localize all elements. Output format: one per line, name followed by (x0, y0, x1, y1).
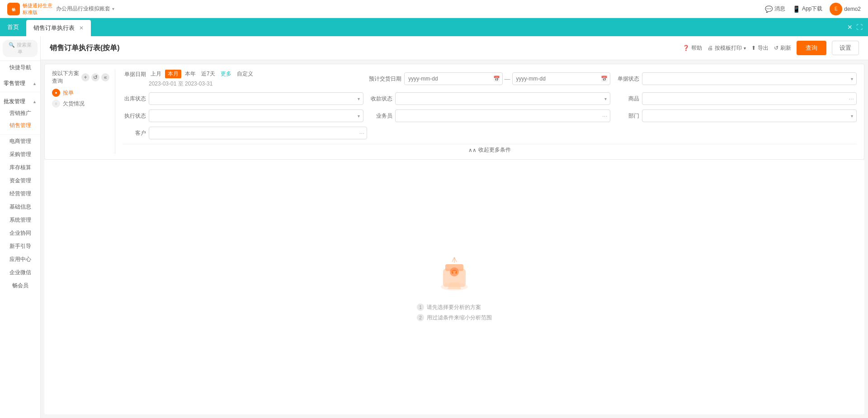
sidebar-item-enterprise[interactable]: 企业协同 (0, 227, 40, 240)
user-profile[interactable]: E demo2 (830, 3, 861, 15)
sidebar-item-system[interactable]: 系统管理 (0, 214, 40, 227)
exec-status-control: ▾ (149, 109, 363, 122)
date-tab-last-month[interactable]: 上月 (149, 70, 163, 78)
collapse-btn[interactable]: ∧∧ 收起更多条件 (123, 144, 857, 154)
print-btn[interactable]: 🖨 按模板打印 ▾ (708, 44, 746, 52)
delivery-end-input[interactable] (512, 72, 610, 85)
dept-select[interactable] (642, 109, 857, 122)
customer-dots-icon[interactable]: ··· (359, 129, 365, 137)
refresh-btn[interactable]: ↺ 刷新 (774, 44, 791, 52)
enterprise-label: 企业协同 (9, 229, 31, 237)
sidebar-item-sales[interactable]: 销售管理 (0, 119, 40, 132)
sidebar-search-area[interactable]: 🔍 搜索菜单 (0, 36, 40, 61)
filter-row-1: 单据日期 上月 本月 本年 近7天 更多 自定义 2023-03-01 至 20… (123, 70, 857, 88)
wholesale-label: 批发管理 (4, 98, 25, 105)
wecom-label: 企业微信 (9, 269, 31, 276)
dept-label: 部门 (616, 112, 639, 120)
scheme-item-by-debt[interactable]: ○ 欠货情况 (52, 100, 109, 108)
sidebar-item-wecom[interactable]: 企业微信 (0, 266, 40, 279)
ship-status-select[interactable] (149, 92, 363, 105)
export-icon: ⬆ (751, 45, 756, 51)
tab-home[interactable]: 首页 (0, 18, 26, 36)
app-download-btn[interactable]: 📱 App下载 (793, 5, 822, 13)
date-tab-7days[interactable]: 近7天 (199, 70, 217, 78)
salesman-dots-icon[interactable]: ··· (602, 112, 608, 119)
sidebar-group-wholesale: 批发管理 ▲ 营销推广 销售管理 (0, 92, 40, 135)
sidebar-item-marketing[interactable]: 营销推广 (0, 107, 40, 119)
settings-button[interactable]: 设置 (832, 41, 859, 55)
empty-tip-1: 1 请先选择要分析的方案 (417, 304, 492, 311)
tab-close-icon[interactable]: ✕ (79, 25, 84, 31)
collapse-label: 收起更多条件 (478, 146, 511, 154)
goods-input[interactable] (642, 92, 857, 105)
message-icon: 💬 (765, 5, 773, 13)
scheme-order-icon: ● (52, 89, 60, 97)
date-range-separator: — (505, 76, 510, 82)
search-menu-input[interactable]: 🔍 搜索菜单 (3, 40, 38, 57)
date-tabs-row: 上月 本月 本年 近7天 更多 自定义 (149, 70, 363, 78)
scheme-controls: + ↺ « (81, 73, 109, 81)
help-btn[interactable]: ❓ 帮助 (683, 44, 702, 52)
query-button[interactable]: 查询 (797, 41, 826, 55)
salesman-input[interactable] (395, 109, 610, 122)
refresh-icon: ↺ (774, 45, 778, 51)
quick-nav-label: 快捷导航 (9, 64, 31, 71)
scheme-collapse-btn[interactable]: « (101, 73, 109, 81)
scheme-refresh-btn[interactable]: ↺ (91, 73, 99, 81)
sidebar-item-ops[interactable]: 经营管理 (0, 187, 40, 200)
scheme-add-btn[interactable]: + (81, 73, 90, 81)
date-tab-this-year[interactable]: 本年 (183, 70, 198, 78)
filter-row-4: 客户 ··· (123, 127, 857, 139)
sidebar-section-wholesale[interactable]: 批发管理 ▲ (0, 95, 40, 107)
tab-maximize-icon[interactable]: ⛶ (856, 24, 863, 31)
sales-label: 销售管理 (9, 122, 31, 128)
customer-input[interactable] (149, 127, 367, 139)
print-arrow-icon: ▾ (744, 46, 746, 51)
collect-status-select[interactable] (395, 92, 610, 105)
sidebar-section-retail[interactable]: 零售管理 ▲ (0, 77, 40, 89)
sidebar-item-basic[interactable]: 基础信息 (0, 200, 40, 214)
date-tab-more[interactable]: 更多 (219, 70, 233, 78)
date-control: 上月 本月 本年 近7天 更多 自定义 2023-03-01 至 2023-03… (149, 70, 363, 88)
finance-label: 资金管理 (9, 177, 31, 185)
main-layout: 🔍 搜索菜单 快捷导航 零售管理 ▲ 批发管理 ▲ 营销推广 销售管理 (0, 36, 868, 418)
sidebar-item-vip[interactable]: 畅会员 (0, 279, 40, 292)
exec-status-select[interactable] (149, 109, 363, 122)
goods-dots-icon[interactable]: ··· (849, 95, 854, 102)
export-btn[interactable]: ⬆ 导出 (751, 44, 769, 52)
sidebar-item-purchase[interactable]: 采购管理 (0, 148, 40, 161)
sidebar-item-appstore[interactable]: 应用中心 (0, 253, 40, 266)
sidebar-item-finance[interactable]: 资金管理 (0, 174, 40, 187)
message-btn[interactable]: 💬 消息 (765, 5, 785, 13)
collapse-up-icon: ∧∧ (468, 147, 476, 153)
empty-content: 1 请先选择要分析的方案 2 用过滤条件来缩小分析范围 (417, 253, 492, 322)
logo-area[interactable]: 畅 畅捷通好生意 标准版 (7, 2, 52, 15)
filter-item-goods: 商品 ··· (616, 92, 857, 105)
sidebar-item-ecom[interactable]: 电商管理 (0, 135, 40, 148)
delivery-start-calendar-icon: 📅 (493, 76, 500, 82)
svg-point-5 (450, 267, 459, 276)
sidebar-item-quick-nav[interactable]: 快捷导航 (0, 61, 40, 74)
sidebar: 🔍 搜索菜单 快捷导航 零售管理 ▲ 批发管理 ▲ 营销推广 销售管理 (0, 36, 41, 418)
delivery-start-input[interactable] (404, 72, 502, 85)
filter-item-exec: 执行状态 ▾ (123, 109, 363, 122)
scheme-label: 按以下方案查询 (52, 70, 81, 85)
date-tab-custom[interactable]: 自定义 (235, 70, 255, 78)
breadcrumb[interactable]: 办公用品行业模拟账套 ▾ (56, 5, 114, 13)
doc-status-select[interactable] (642, 72, 857, 85)
retail-label: 零售管理 (4, 80, 25, 87)
basic-label: 基础信息 (9, 203, 31, 211)
app-download-icon: 📱 (793, 5, 800, 13)
tip-text-2: 用过滤条件来缩小分析范围 (427, 314, 492, 322)
doc-status-label: 单据状态 (616, 75, 639, 83)
sidebar-item-newbie[interactable]: 新手引导 (0, 240, 40, 253)
scheme-item-by-order[interactable]: ● 按单 (52, 89, 109, 97)
filter-item-date: 单据日期 上月 本月 本年 近7天 更多 自定义 2023-03-01 至 20… (123, 70, 363, 88)
sidebar-item-inventory[interactable]: 库存核算 (0, 161, 40, 174)
svg-point-6 (452, 272, 453, 274)
breadcrumb-arrow-icon: ▾ (112, 6, 114, 11)
tab-close-all-icon[interactable]: ✕ (847, 24, 853, 31)
vip-label: 畅会员 (12, 282, 28, 290)
date-tab-this-month[interactable]: 本月 (165, 70, 181, 78)
tab-sales-exec[interactable]: 销售订单执行表 ✕ (26, 20, 91, 36)
